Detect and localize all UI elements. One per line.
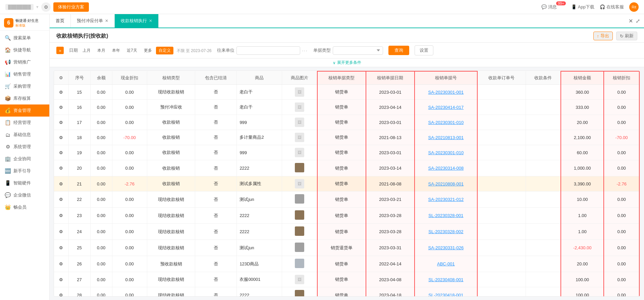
cell-settings[interactable]: ⚙ <box>54 256 68 272</box>
tab-prepay[interactable]: 预付冲应付单✕ <box>71 14 115 28</box>
cell-write_off_discount: 0.00 <box>604 145 639 160</box>
expand-window-icon[interactable]: ⤢ <box>636 18 640 24</box>
date-btn-more[interactable]: 更多 <box>141 47 155 54</box>
tab-close-prepay[interactable]: ✕ <box>105 18 108 23</box>
bill-type-select[interactable] <box>333 46 383 55</box>
cell-write_off_amount: 100.00 <box>561 287 604 297</box>
cell-cash_discount: 0.00 <box>112 224 147 240</box>
sidebar-item-search[interactable]: 🔍搜索菜单 <box>0 32 49 44</box>
filter-collapse-btn[interactable]: » <box>56 47 64 54</box>
cell-write_off_discount: 0.00 <box>604 272 639 287</box>
cell-bill_no[interactable]: ABC-001 <box>415 256 477 272</box>
date-btn-this-month[interactable]: 本月 <box>95 47 108 54</box>
online-service-item[interactable]: 🎧 在线客服 <box>600 4 624 10</box>
cell-product_img <box>282 208 317 224</box>
settings-button[interactable]: 设置 <box>415 45 433 55</box>
cell-bill_no[interactable]: SL-20230418-001 <box>415 287 477 297</box>
app-download-item[interactable]: 📱 App下载 <box>571 4 594 10</box>
date-filter-group: 日期 上月 本月 本年 近7天 更多 自定义 不限 至 2023-07-26 <box>69 47 212 54</box>
cell-bill_no[interactable]: SA-20210813-001 <box>415 130 477 145</box>
sidebar-item-guide[interactable]: 🆕新手引导 <box>0 165 49 177</box>
sidebar-item-member[interactable]: 👑畅会员 <box>0 201 49 213</box>
cell-bill_no[interactable]: SA-20230301-001 <box>415 85 477 100</box>
export-button[interactable]: ↑ 导出 <box>593 32 613 40</box>
cell-bill_no[interactable]: SA-20230331-026 <box>415 240 477 256</box>
company-name[interactable]: ████████ <box>5 4 34 10</box>
logo-icon: 6 <box>4 18 13 28</box>
date-btn-custom[interactable]: 自定义 <box>156 47 173 54</box>
cell-product_img: 🖼 <box>282 100 317 115</box>
cell-settings[interactable]: ⚙ <box>54 100 68 115</box>
sidebar-item-wechat[interactable]: 💬企业微信 <box>0 189 49 201</box>
cell-write_off_type: 现结收款核销 <box>147 191 195 208</box>
sidebar-icon-inventory: 📦 <box>5 95 11 101</box>
close-tab-icon[interactable]: ✕ <box>629 18 633 24</box>
tab-label-prepay: 预付冲应付单 <box>77 18 103 24</box>
gear-button[interactable]: ⚙ <box>41 2 51 12</box>
sidebar-item-hardware[interactable]: 📱智能硬件 <box>0 177 49 189</box>
cell-bill_no[interactable]: SA-20230301-010 <box>415 115 477 130</box>
sidebar-item-marketing[interactable]: 📢营销推广 <box>0 56 49 68</box>
cell-settings[interactable]: ⚙ <box>54 191 68 208</box>
cell-settings[interactable]: ⚙ <box>54 145 68 160</box>
product-thumbnail: 🖼 <box>295 87 304 97</box>
table-row: ⚙160.000.00预付冲应收否老白干🖼销货单2023-04-14SA-202… <box>54 100 639 115</box>
cell-write_off_amount: 20.00 <box>561 256 604 272</box>
cell-product: 2222 <box>237 208 282 224</box>
col-header-bill_no: 核销单据号 <box>415 71 477 85</box>
cell-bill_no[interactable]: SA-20230301-010 <box>415 145 477 160</box>
from-unit-dots: ··· <box>302 48 308 53</box>
tab-close-receivable[interactable]: ✕ <box>149 18 152 23</box>
cell-settings[interactable]: ⚙ <box>54 85 68 100</box>
query-button[interactable]: 查询 <box>388 46 409 55</box>
cell-cash_discount: 0.00 <box>112 115 147 130</box>
from-unit-input[interactable] <box>236 46 300 55</box>
industry-btn[interactable]: 体验行业方案 <box>53 2 89 12</box>
cell-settings[interactable]: ⚙ <box>54 224 68 240</box>
cell-bill_no[interactable]: SA-20230321-012 <box>415 191 477 208</box>
messages-item[interactable]: 💬 消息 99+ <box>541 4 566 10</box>
sidebar-item-purchase[interactable]: 🛒采购管理 <box>0 80 49 92</box>
dropdown-arrow-icon[interactable]: ▾ <box>36 4 39 9</box>
cell-bill_no[interactable]: SA-20230314-008 <box>415 160 477 176</box>
date-btn-7days[interactable]: 近7天 <box>124 47 140 54</box>
cell-product_img: 🖼 <box>282 115 317 130</box>
date-btn-this-year[interactable]: 本年 <box>109 47 123 54</box>
cell-write_off_amount: 10.00 <box>561 191 604 208</box>
sidebar-item-operations[interactable]: 📋经营管理 <box>0 117 49 129</box>
cell-settings[interactable]: ⚙ <box>54 272 68 287</box>
cell-settings[interactable]: ⚙ <box>54 176 68 191</box>
sidebar-item-sales[interactable]: 📊销售管理 <box>0 68 49 80</box>
sidebar-item-system[interactable]: ⚙系统管理 <box>0 141 49 153</box>
sidebar-icon-guide: 🆕 <box>5 168 11 174</box>
cell-bill_date: 2023-03-28 <box>366 208 415 224</box>
cell-bill_no[interactable]: SL-20230408-001 <box>415 272 477 287</box>
cell-settings[interactable]: ⚙ <box>54 240 68 256</box>
expand-more-link[interactable]: ∨ 展开更多条件 <box>333 60 361 66</box>
cell-bill_no[interactable]: SA-20230414-017 <box>415 100 477 115</box>
cell-bill_no[interactable]: SA-20210808-001 <box>415 176 477 191</box>
cell-settings[interactable]: ⚙ <box>54 160 68 176</box>
cell-settings[interactable]: ⚙ <box>54 208 68 224</box>
cell-no: 26 <box>68 256 90 272</box>
cell-write_off_amount: 1.00 <box>561 224 604 240</box>
sidebar-item-corp[interactable]: 🏢企业协同 <box>0 153 49 165</box>
sidebar-item-inventory[interactable]: 📦库存核算 <box>0 92 49 104</box>
cell-settings[interactable]: ⚙ <box>54 115 68 130</box>
cell-bill_date: 2022-04-14 <box>366 256 415 272</box>
tab-home[interactable]: 首页 <box>50 14 71 28</box>
sidebar-item-basic[interactable]: 🗂基础信息 <box>0 129 49 141</box>
cell-bill_no[interactable]: SL-20230328-002 <box>415 224 477 240</box>
user-avatar[interactable]: Rit <box>629 2 639 12</box>
refresh-button[interactable]: ↻ 刷新 <box>616 32 637 40</box>
page-title: 收款核销执行(按收款) <box>56 33 108 40</box>
sidebar-item-funds[interactable]: 💰资金管理 <box>0 104 49 117</box>
tab-receivable[interactable]: 收款核销执行✕ <box>115 14 159 28</box>
date-btn-last-month[interactable]: 上月 <box>80 47 93 54</box>
table-body: ⚙150.000.00现结收款核销否老白干🖼销货单2023-03-01SA-20… <box>54 85 639 297</box>
sidebar-item-quick-nav[interactable]: 🏠快捷导航 <box>0 44 49 56</box>
cell-bill_no[interactable]: SL-20230328-001 <box>415 208 477 224</box>
cell-included_settled: 否 <box>195 85 237 100</box>
cell-settings[interactable]: ⚙ <box>54 130 68 145</box>
cell-settings[interactable]: ⚙ <box>54 287 68 297</box>
